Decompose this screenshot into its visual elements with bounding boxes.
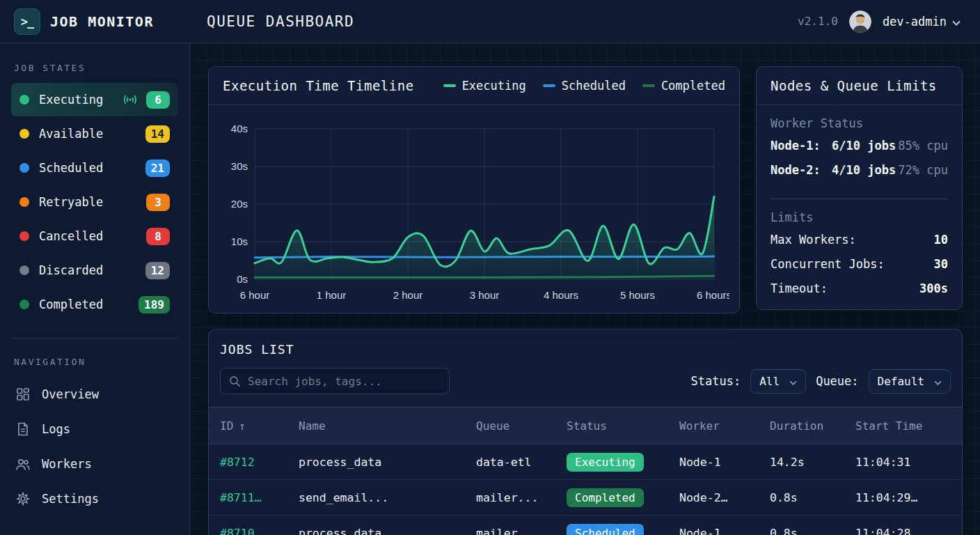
worker-status-row: Node-2:4/10 jobs72% cpu [770,163,948,187]
chart-legend: ExecutingScheduledCompleted [443,79,725,93]
state-label: Retryable [39,195,103,209]
job-states-heading: JOB STATES [14,63,177,73]
state-color-dot [19,197,29,207]
state-count-badge: 3 [146,194,170,211]
column-header-name: Name [287,419,465,433]
sidebar: JOB STATES Executing6Available14Schedule… [0,43,190,535]
limit-row: Max Workers:10 [770,233,948,257]
sidebar-item-scheduled[interactable]: Scheduled21 [11,151,178,185]
user-menu[interactable]: dev-admin [883,15,961,29]
svg-text:0s: 0s [237,273,248,285]
status-badge: Executing [567,453,644,472]
sort-asc-icon: ↑ [239,419,246,433]
search-input[interactable] [248,375,441,388]
state-label: Executing [39,93,103,107]
status-filter-select[interactable]: All [750,369,806,394]
job-start-time-cell: 11:04:31 [844,456,962,469]
username-label: dev-admin [883,15,947,29]
limit-row: Timeout:300s [770,281,948,306]
grid-icon [15,387,31,401]
limit-value: 300s [919,281,948,295]
sidebar-item-available[interactable]: Available14 [11,117,178,150]
navigation-heading: NAVIGATION [14,357,177,367]
jobs-list-title: JOBS LIST [220,342,951,357]
state-count-badge: 12 [145,262,170,279]
table-row[interactable]: #8712process_datadata-etlExecutingNode-1… [209,444,962,480]
worker-status-list: Node-1:6/10 jobs85% cpuNode-2:4/10 jobs7… [770,139,948,187]
users-icon [15,458,31,471]
limit-value: 30 [934,257,948,271]
limit-label: Concurrent Jobs: [770,257,885,271]
worker-jobs-value: 6/10 jobs [832,139,896,153]
state-count-badge: 21 [145,160,170,177]
nav-item-logs[interactable]: Logs [11,412,178,447]
nav-item-overview[interactable]: Overview [11,377,178,412]
svg-text:1 hour: 1 hour [317,289,347,301]
svg-text:20s: 20s [231,198,248,210]
job-worker-cell: Node-2… [668,491,759,504]
legend-label: Scheduled [562,79,626,93]
table-row[interactable]: #8711…send_email...mailer...CompletedNod… [209,480,962,515]
header-right: v2.1.0 dev-admin [798,10,980,33]
state-count-badge: 189 [139,296,170,313]
legend-label: Completed [661,79,725,93]
gear-icon [15,492,31,506]
sidebar-item-discarded[interactable]: Discarded12 [11,254,178,287]
sidebar-item-executing[interactable]: Executing6 [11,83,178,116]
nav-item-settings[interactable]: Settings [11,481,178,516]
page-title: QUEUE DASHBOARD [207,13,354,30]
sidebar-item-completed[interactable]: Completed189 [11,288,178,321]
worker-status-row: Node-1:6/10 jobs85% cpu [770,139,948,163]
queue-filter-select[interactable]: Default [869,369,951,394]
table-row[interactable]: #8710process_datamailerScheduledNode-10.… [209,515,962,535]
sidebar-item-cancelled[interactable]: Cancelled8 [11,219,178,253]
limits-list: Max Workers:10Concurrent Jobs:30Timeout:… [770,233,948,306]
legend-item-completed: Completed [642,79,725,93]
worker-jobs-value: 4/10 jobs [832,163,896,177]
app-title: JOB MONITOR [50,13,154,30]
svg-text:10s: 10s [231,235,248,247]
job-states-list: Executing6Available14Scheduled21Retryabl… [11,83,178,321]
state-count-badge: 8 [146,228,170,245]
state-label: Cancelled [39,229,103,243]
limits-heading: Limits [770,210,948,224]
job-id-link[interactable]: #8712 [209,456,287,469]
job-duration-cell: 0.8s [759,491,844,504]
limit-label: Max Workers: [770,233,856,247]
svg-text:5 hours: 5 hours [620,289,655,301]
column-header-worker: Worker [668,419,759,433]
status-badge: Scheduled [567,524,644,535]
nodes-limits-panel: Nodes & Queue Limits Worker Status Node-… [756,66,963,310]
sidebar-item-retryable[interactable]: Retryable3 [11,185,178,219]
legend-swatch [642,84,655,87]
column-header-queue: Queue [465,419,555,433]
limit-value: 10 [934,233,948,247]
svg-text:40s: 40s [231,123,248,134]
svg-text:6 hour: 6 hour [240,289,270,301]
search-box[interactable] [220,368,450,394]
state-label: Completed [39,297,103,311]
status-badge: Completed [567,488,644,507]
job-worker-cell: Node-1 [668,456,759,469]
job-status-cell: Scheduled [555,524,668,535]
nav-item-workers[interactable]: Workers [11,447,178,481]
column-header-status: Status [555,419,668,433]
job-id-link[interactable]: #8711… [209,491,287,504]
jobs-list-panel: JOBS LIST Status: All [208,329,963,535]
terminal-icon: >_ [14,8,40,35]
state-count-badge: 6 [146,91,170,109]
app-root: >_ JOB MONITOR QUEUE DASHBOARD v2.1.0 de… [0,0,980,535]
job-queue-cell: mailer [465,527,555,535]
limit-row: Concurrent Jobs:30 [770,257,948,281]
chart-title: Execution Time Timeline [223,78,414,93]
execution-timeline-panel: Execution Time Timeline ExecutingSchedul… [208,66,740,313]
chevron-down-icon [952,15,961,29]
live-broadcast-icon [121,93,139,106]
worker-name: Node-1: [770,139,832,153]
jobs-table: ID↑NameQueueStatusWorkerDurationStart Ti… [209,407,962,535]
state-count-badge: 14 [145,125,170,143]
job-id-link[interactable]: #8710 [209,527,287,535]
column-header-id[interactable]: ID↑ [209,419,287,433]
job-queue-cell: data-etl [465,456,555,469]
avatar[interactable] [849,10,871,33]
